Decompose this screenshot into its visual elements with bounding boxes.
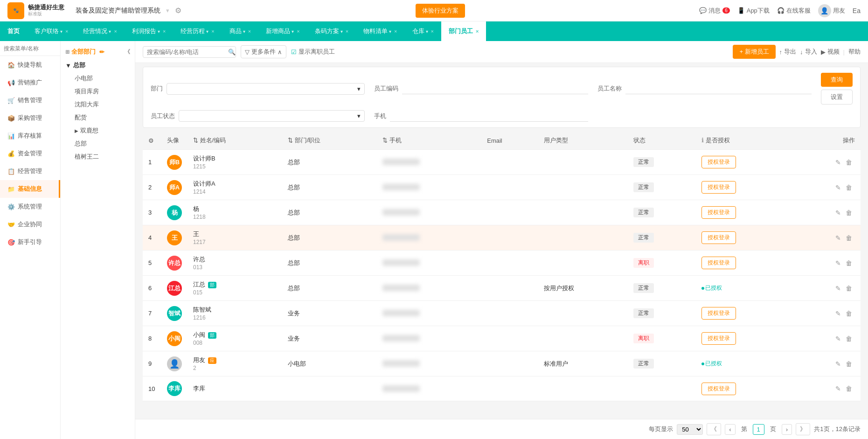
sidebar-item-marketing[interactable]: 📢 营销推广 [0, 74, 60, 91]
filter-dept-select[interactable]: ▾ [167, 83, 365, 95]
tree-node-hq2-label: 总部 [75, 139, 87, 148]
sidebar-item-sales[interactable]: 🛒 销售管理 [0, 91, 60, 109]
tab-journey[interactable]: 经营历程 ▾ × [173, 21, 222, 41]
cell-ops: ✎ 🗑 [795, 301, 861, 326]
tab-home[interactable]: 首页 [0, 21, 27, 41]
employee-name: 许总 [193, 256, 205, 263]
auth-login-btn[interactable]: 授权登录 [701, 156, 736, 168]
edit-btn[interactable]: ✎ [835, 159, 841, 166]
edit-btn[interactable]: ✎ [835, 184, 841, 191]
tree-node-hq2[interactable]: 总部 [61, 137, 135, 150]
tab-goods[interactable]: 商品 ▾ × [222, 21, 258, 41]
trial-btn[interactable]: 体验行业方案 [416, 4, 465, 18]
sort-name-icon[interactable]: ⇅ [193, 137, 198, 144]
help-label: 帮助 [848, 48, 861, 56]
auth-login-btn[interactable]: 授权登录 [701, 181, 736, 194]
sidebar-item-inventory[interactable]: 📊 库存核算 [0, 127, 60, 145]
tree-node-project[interactable]: 项目库房 [61, 85, 135, 98]
auth-login-btn[interactable]: 授权登录 [701, 257, 736, 269]
tab-new-goods[interactable]: 新增商品 ▾ × [258, 21, 307, 41]
search-input[interactable] [147, 49, 225, 56]
edit-btn[interactable]: ✎ [835, 385, 841, 392]
export-btn[interactable]: ↑ 导出 [779, 48, 797, 56]
next-page-btn[interactable]: › [782, 424, 792, 435]
auth-login-btn[interactable]: 授权登录 [701, 231, 736, 244]
sort-phone-icon[interactable]: ⇅ [382, 137, 388, 144]
tree-node-distribution[interactable]: 配货 [61, 111, 135, 124]
edit-btn[interactable]: ✎ [835, 310, 841, 317]
edit-btn[interactable]: ✎ [835, 360, 841, 368]
prev-page-btn[interactable]: ‹ [725, 424, 735, 435]
sidebar-search-input[interactable] [4, 45, 61, 52]
show-resigned-toggle[interactable]: ☑ 显示离职员工 [291, 48, 335, 56]
dropdown-icon[interactable]: ▾ [166, 7, 169, 14]
delete-btn[interactable]: 🗑 [846, 259, 852, 267]
tree-node-electronics[interactable]: 小电部 [61, 72, 135, 85]
sidebar-item-quick-nav[interactable]: 🏠 快捷导航 [0, 56, 60, 74]
sidebar-item-finance[interactable]: 💰 资金管理 [0, 145, 60, 162]
sidebar-item-system[interactable]: ⚙️ 系统管理 [0, 198, 60, 216]
tree-node-hq-group[interactable]: ▼ 总部 [61, 59, 135, 72]
tree-node-shenyang[interactable]: 沈阳大库 [61, 98, 135, 111]
tab-dept-staff[interactable]: 部门员工 × [441, 21, 486, 41]
delete-btn[interactable]: 🗑 [846, 285, 852, 292]
sidebar-item-purchase[interactable]: 📦 采购管理 [0, 109, 60, 127]
sidebar-item-operations[interactable]: 📋 经营管理 [0, 162, 60, 180]
delete-btn[interactable]: 🗑 [846, 234, 852, 242]
tab-warehouse[interactable]: 仓库 ▾ × [405, 21, 441, 41]
query-btn[interactable]: 查询 [821, 73, 853, 87]
collab-icon: 🤝 [7, 221, 15, 228]
edit-btn[interactable]: ✎ [835, 259, 841, 267]
auth-login-btn[interactable]: 授权登录 [701, 383, 736, 395]
per-page-select[interactable]: 50 100 200 [677, 424, 703, 435]
sidebar-item-basic[interactable]: 📁 基础信息 [0, 180, 60, 198]
auth-login-btn[interactable]: 授权登录 [701, 206, 736, 219]
col-settings-icon[interactable]: ⚙ [148, 137, 154, 144]
tree-node-planting[interactable]: 植树王二 [61, 150, 135, 163]
edit-btn[interactable]: ✎ [835, 234, 841, 242]
tab-barcode[interactable]: 条码方案 ▾ × [307, 21, 356, 41]
delete-btn[interactable]: 🗑 [846, 385, 852, 392]
tab-operations[interactable]: 经营情况 ▾ × [76, 21, 124, 41]
help-btn[interactable]: 帮助 [848, 48, 861, 56]
reset-btn[interactable]: 设置 [821, 90, 853, 105]
filter-phone-input[interactable] [390, 111, 588, 122]
delete-btn[interactable]: 🗑 [846, 310, 852, 317]
app-download-btn[interactable]: 📱 App下载 [737, 7, 770, 15]
settings-gear-icon[interactable]: ⚙ [175, 6, 181, 15]
tree-edit-icon[interactable]: ✏ [99, 49, 104, 56]
tab-profit[interactable]: 利润报告 ▾ × [125, 21, 173, 41]
filter-emp-code-input[interactable] [402, 83, 588, 94]
edit-btn[interactable]: ✎ [835, 209, 841, 216]
dept-value: 业务 [288, 335, 300, 342]
tree-collapse-icon[interactable]: 《 [125, 48, 130, 56]
sidebar-item-guide[interactable]: 🎯 新手引导 [0, 233, 60, 251]
auth-login-btn[interactable]: 授权登录 [701, 307, 736, 320]
auth-login-btn[interactable]: 授权登录 [701, 332, 736, 345]
message-btn[interactable]: 💬 消息 6 [699, 7, 730, 15]
sidebar-item-collab[interactable]: 🤝 企业协同 [0, 216, 60, 233]
filter-emp-name-input[interactable] [625, 83, 812, 94]
tab-customer[interactable]: 客户联络 ▾ × [27, 21, 76, 41]
last-page-btn[interactable]: 》 [796, 423, 810, 435]
sort-dept-icon[interactable]: ⇅ [288, 137, 293, 144]
cell-no: 2 [143, 175, 161, 200]
more-conditions-btn[interactable]: ▽ 更多条件 ∧ [241, 45, 286, 58]
delete-btn[interactable]: 🗑 [846, 184, 852, 191]
tree-node-shuanglu[interactable]: ▶ 双鹿想 [61, 124, 135, 137]
edit-btn[interactable]: ✎ [835, 285, 841, 292]
cell-ops: ✎ 🗑 [795, 225, 861, 251]
delete-btn[interactable]: 🗑 [846, 360, 852, 368]
online-service-btn[interactable]: 🎧 在线客服 [777, 7, 811, 15]
edit-btn[interactable]: ✎ [835, 335, 841, 342]
delete-btn[interactable]: 🗑 [846, 159, 852, 166]
first-page-btn[interactable]: 《 [707, 423, 721, 435]
filter-status-select[interactable]: ▾ [179, 110, 365, 122]
video-btn[interactable]: ▶ 视频 [821, 48, 840, 56]
tab-bom[interactable]: 物料清单 ▾ × [356, 21, 404, 41]
delete-btn[interactable]: 🗑 [846, 335, 852, 342]
import-btn[interactable]: ↓ 导入 [800, 48, 817, 56]
delete-btn[interactable]: 🗑 [846, 209, 852, 216]
add-employee-btn[interactable]: + 新增员工 [733, 45, 775, 59]
user-btn[interactable]: 👤 用友 [818, 4, 845, 17]
